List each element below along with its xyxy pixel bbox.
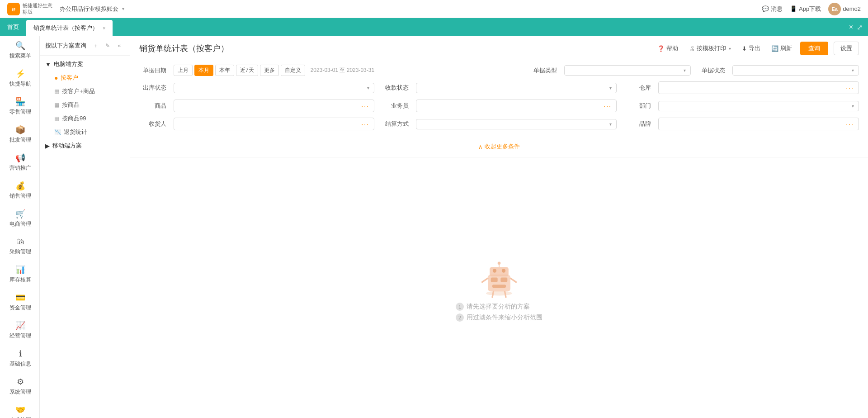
top-bar-right: 💬 消息 📱 App下载 Ea demo2: [762, 3, 861, 15]
export-button[interactable]: ⬇ 导出: [739, 43, 763, 54]
scheme-panel-actions: ＋ ✎ «: [91, 41, 124, 51]
date-label: 单据日期: [139, 66, 166, 75]
scheme-add-button[interactable]: ＋: [91, 41, 101, 51]
sidebar-finance-label: 资金管理: [9, 304, 31, 312]
scheme-mobile-label: 移动端方案: [52, 142, 82, 150]
scheme-group-desktop[interactable]: ▼ 电脑端方案: [40, 57, 130, 71]
finance-icon: 💳: [15, 293, 25, 303]
scheme-item-by-customer-product[interactable]: ▦ 按客户+商品: [40, 85, 130, 98]
warehouse-label: 仓库: [624, 84, 651, 92]
marketing-icon: 📢: [15, 153, 25, 163]
date-btn-more[interactable]: 更多: [260, 65, 279, 76]
tab-maximize-button[interactable]: ⤢: [857, 23, 863, 32]
scheme-edit-button[interactable]: ✎: [103, 41, 113, 51]
sidebar-item-system[interactable]: ⚙ 系统管理: [0, 372, 39, 400]
brand-select[interactable]: ···: [658, 118, 859, 130]
doc-type-select[interactable]: ▾: [564, 65, 691, 76]
home-tab-label: 首页: [7, 23, 19, 31]
scheme-tree: ▼ 电脑端方案 ● 按客户 ▦ 按客户+商品 ▦ 按商品 ▦ 按商品99: [40, 56, 130, 154]
content-area: 按以下方案查询 ＋ ✎ « ▼ 电脑端方案 ● 按客户 ▦: [40, 36, 868, 418]
doc-status-select[interactable]: ▾: [732, 65, 859, 76]
print-button[interactable]: 🖨 按模板打印 ▾: [686, 43, 734, 54]
brand-dots[interactable]: ···: [846, 120, 854, 128]
report-toolbar: ❓ 帮助 🖨 按模板打印 ▾ ⬇ 导出 🔄 刷新: [655, 42, 859, 55]
doc-status-label: 单据状态: [698, 66, 725, 75]
quicknav-icon: ⚡: [15, 69, 25, 79]
filter-row-4: 收货人 ··· 结算方式 ▾ 品牌 ···: [139, 118, 859, 130]
download-icon: 📱: [790, 5, 797, 12]
sidebar-item-ecommerce[interactable]: 🛒 电商管理: [0, 204, 39, 233]
scheme-group-collapse-icon: ▼: [45, 61, 51, 68]
sidebar-item-operation[interactable]: 📈 经营管理: [0, 316, 39, 344]
by-product-label: 按商品: [62, 101, 80, 109]
date-btn-custom[interactable]: 自定义: [281, 65, 305, 76]
scheme-item-by-product[interactable]: ▦ 按商品: [40, 98, 130, 112]
warehouse-dots[interactable]: ···: [846, 84, 854, 91]
receipt-status-select[interactable]: ▾: [416, 83, 617, 93]
scheme-item-by-customer[interactable]: ● 按客户: [40, 71, 130, 85]
scheme-item-return-stats[interactable]: 📉 退货统计: [40, 125, 130, 139]
message-icon: 💬: [762, 5, 769, 12]
report-tab-label: 销货单统计表（按客户）: [33, 24, 98, 32]
salesperson-select[interactable]: ···: [416, 100, 617, 112]
refresh-icon: 🔄: [771, 45, 778, 52]
query-button[interactable]: 查询: [800, 42, 828, 55]
sidebar-item-marketing[interactable]: 📢 营销推广: [0, 148, 39, 176]
department-select[interactable]: ▾: [658, 101, 859, 111]
filter-area: 单据日期 上月 本月 本年 近7天 更多 自定义 2023-03-01 至 20…: [130, 59, 868, 136]
date-btn-7days[interactable]: 近7天: [236, 65, 258, 76]
scheme-panel: 按以下方案查询 ＋ ✎ « ▼ 电脑端方案 ● 按客户 ▦: [40, 36, 130, 418]
retail-icon: 🏪: [15, 97, 25, 107]
settlement-label: 结算方式: [382, 120, 409, 128]
tab-report[interactable]: 销货单统计表（按客户） ×: [26, 20, 113, 36]
message-button[interactable]: 💬 消息: [762, 5, 783, 13]
hint-num-1: 1: [456, 303, 464, 311]
collapse-button[interactable]: ∧ 收起更多条件: [469, 140, 529, 153]
sidebar-item-purchase[interactable]: 🛍 采购管理: [0, 233, 39, 260]
settlement-select[interactable]: ▾: [416, 119, 617, 129]
tab-minimize-button[interactable]: ×: [849, 23, 853, 31]
sidebar-item-quicknav[interactable]: ⚡ 快捷导航: [0, 64, 39, 92]
sidebar-item-search[interactable]: 🔍 搜索菜单: [0, 36, 39, 64]
sidebar-item-sales[interactable]: 💰 销售管理: [0, 176, 39, 204]
salesperson-dots[interactable]: ···: [604, 102, 612, 109]
date-btn-this-month[interactable]: 本月: [194, 65, 213, 76]
app-dropdown-arrow[interactable]: ▾: [122, 6, 124, 11]
out-status-select[interactable]: ▾: [174, 83, 374, 93]
date-btn-this-year[interactable]: 本年: [215, 65, 234, 76]
sidebar-item-finance[interactable]: 💳 资金管理: [0, 288, 39, 316]
sidebar-purchase-label: 采购管理: [9, 248, 31, 256]
tab-close-icon[interactable]: ×: [103, 25, 105, 31]
sidebar-item-inventory[interactable]: 📊 库存核算: [0, 260, 39, 288]
settings-button[interactable]: 设置: [834, 42, 859, 55]
scheme-group-label: 电脑端方案: [54, 60, 83, 68]
warehouse-select[interactable]: ···: [658, 81, 859, 94]
collapse-label: 收起更多条件: [485, 142, 520, 151]
help-button[interactable]: ❓ 帮助: [655, 43, 681, 54]
scheme-item-by-product99[interactable]: ▦ 按商品99: [40, 112, 130, 125]
print-dropdown-arrow[interactable]: ▾: [729, 46, 731, 51]
sidebar-sales-label: 销售管理: [9, 192, 31, 200]
salesperson-label: 业务员: [382, 102, 409, 110]
product-dots[interactable]: ···: [361, 102, 369, 109]
product-select[interactable]: ···: [174, 100, 374, 112]
tab-home[interactable]: 首页: [0, 18, 26, 36]
logo-area: 好 畅捷通好生意 标版: [7, 3, 52, 15]
date-btn-last-month[interactable]: 上月: [174, 65, 193, 76]
sidebar-item-wholesale[interactable]: 📦 批发管理: [0, 120, 39, 148]
export-icon: ⬇: [742, 45, 747, 52]
svg-rect-6: [492, 285, 506, 288]
out-status-label: 出库状态: [139, 84, 166, 92]
refresh-button[interactable]: 🔄 刷新: [769, 43, 795, 54]
scheme-collapse-button[interactable]: «: [114, 41, 124, 51]
recipient-dots[interactable]: ···: [361, 120, 369, 128]
sidebar-item-retail[interactable]: 🏪 零售管理: [0, 92, 39, 120]
recipient-select[interactable]: ···: [174, 118, 374, 130]
user-menu[interactable]: Ea demo2: [828, 3, 861, 15]
scheme-group-mobile[interactable]: ▶ 移动端方案: [40, 139, 130, 152]
svg-point-11: [498, 262, 501, 265]
app-download-button[interactable]: 📱 App下载: [790, 5, 821, 13]
out-status-arrow: ▾: [367, 86, 369, 90]
sidebar-item-cooperation[interactable]: 🤝 企业协同: [0, 400, 39, 418]
sidebar-item-basic[interactable]: ℹ 基础信息: [0, 344, 39, 372]
